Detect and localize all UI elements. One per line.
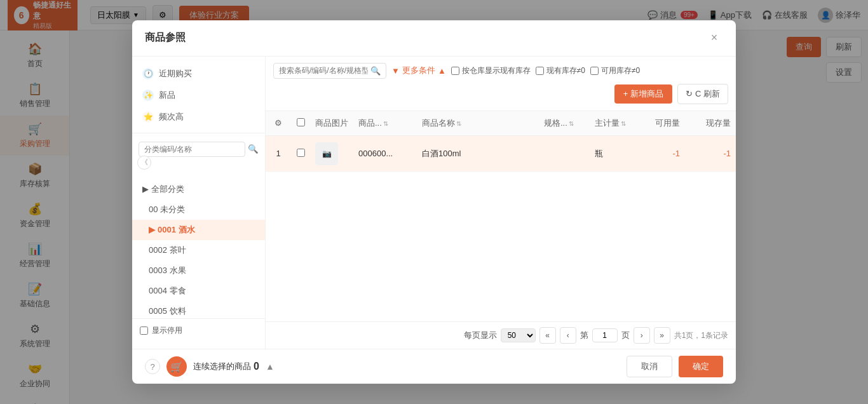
row-unit: 瓶 xyxy=(590,135,634,172)
row-spec xyxy=(539,135,590,172)
help-btn[interactable]: ? xyxy=(145,359,160,374)
row-stock: -1 xyxy=(685,135,736,172)
recent-icon: 🕐 xyxy=(142,68,154,79)
cat-0004[interactable]: 0004 零食 xyxy=(132,281,265,301)
product-reference-dialog: 商品参照 × 🕐 近期购买 ✨ 新品 ⭐ 频次高 xyxy=(132,20,736,384)
confirm-btn[interactable]: 确定 xyxy=(679,356,723,377)
search-icon: 🔍 xyxy=(370,66,381,76)
dialog-header: 商品参照 × xyxy=(132,20,736,57)
recent-purchase-item[interactable]: 🕐 近期购买 xyxy=(132,63,265,84)
product-image: 📷 xyxy=(315,142,338,165)
warehouse-stock-checkbox[interactable] xyxy=(451,67,459,75)
refresh-icon: ↻ xyxy=(686,89,693,98)
right-panel: 🔍 ▼ 更多条件 ▲ 按仓库显示现有库存 现有库存≠0 xyxy=(266,57,736,349)
cat-0005[interactable]: 0005 饮料 xyxy=(132,301,265,318)
search-input[interactable] xyxy=(279,66,368,75)
collapse-footer-btn[interactable]: ▲ xyxy=(266,361,275,372)
row-name: 白酒100ml xyxy=(417,135,539,172)
page-input[interactable] xyxy=(592,328,618,342)
row-num: 1 xyxy=(266,135,291,172)
avail-nonzero-checkbox[interactable] xyxy=(590,67,599,75)
avail-nonzero-checkbox-group: 可用库存≠0 xyxy=(590,65,640,76)
category-search-input[interactable] xyxy=(139,142,245,157)
tri-active-icon: ▶ xyxy=(149,225,155,234)
show-disabled-row: 显示停用 xyxy=(132,318,265,342)
last-page-btn[interactable]: » xyxy=(654,327,670,344)
col-header-code: 商品...⇅ xyxy=(353,111,417,136)
cat-0003[interactable]: 0003 水果 xyxy=(132,260,265,281)
row-code: 000600... xyxy=(353,135,417,172)
dialog-body: 🕐 近期购买 ✨ 新品 ⭐ 频次高 🔍 xyxy=(132,57,736,349)
freq-icon: ⭐ xyxy=(142,111,154,123)
col-header-settings: ⚙ xyxy=(266,111,291,136)
per-page-select[interactable]: 50 10 20 100 xyxy=(501,328,536,342)
new-item[interactable]: ✨ 新品 xyxy=(132,84,265,106)
row-img: 📷 xyxy=(310,135,353,172)
close-dialog-btn[interactable]: × xyxy=(705,29,723,47)
settings-col-icon[interactable]: ⚙ xyxy=(275,118,282,128)
add-product-btn[interactable]: + 新增商品 xyxy=(614,84,672,104)
cat-0002[interactable]: 0002 茶叶 xyxy=(132,240,265,260)
prev-page-btn[interactable]: ‹ xyxy=(560,327,576,344)
filter-icon: ▼ xyxy=(391,66,400,76)
row-avail: -1 xyxy=(634,135,685,172)
selected-label: 连续选择的商品 0 xyxy=(193,361,259,372)
col-header-check xyxy=(291,111,310,136)
left-divider-1 xyxy=(132,133,265,133)
product-table: ⚙ 商品图片 商品...⇅ 商品名称⇅ xyxy=(266,111,736,172)
stock-nonzero-checkbox-group: 现有库存≠0 xyxy=(536,65,585,76)
table-row[interactable]: 1 📷 000600... 白酒100ml xyxy=(266,135,736,172)
col-header-img: 商品图片 xyxy=(310,111,353,136)
row-checkbox[interactable] xyxy=(297,149,305,157)
col-header-unit: 主计量⇅ xyxy=(590,111,634,136)
category-search-row: 🔍 xyxy=(132,138,265,160)
select-all-checkbox[interactable] xyxy=(297,118,305,126)
left-panel: 🕐 近期购买 ✨ 新品 ⭐ 频次高 🔍 xyxy=(132,57,266,349)
sort-spec-icon[interactable]: ⇅ xyxy=(569,120,574,127)
toolbar-right: + 新增商品 ↻ C 刷新 xyxy=(614,84,728,104)
tri-icon: ▶ xyxy=(142,184,149,194)
cancel-btn[interactable]: 取消 xyxy=(627,356,672,377)
sort-code-icon[interactable]: ⇅ xyxy=(383,120,388,127)
cat-0001[interactable]: ▶ 0001 酒水 xyxy=(132,220,265,240)
new-icon: ✨ xyxy=(142,90,154,101)
search-box: 🔍 xyxy=(273,63,386,79)
freq-item[interactable]: ⭐ 频次高 xyxy=(132,106,265,128)
table-header-row: ⚙ 商品图片 商品...⇅ 商品名称⇅ xyxy=(266,111,736,136)
col-header-stock: 现存量 xyxy=(685,111,736,136)
row-check xyxy=(291,135,310,172)
cart-btn[interactable]: 🛒 xyxy=(166,356,187,377)
dialog-title: 商品参照 xyxy=(145,31,186,44)
sort-name-icon[interactable]: ⇅ xyxy=(456,120,461,127)
cat-all[interactable]: ▶ 全部分类 xyxy=(132,179,265,199)
dialog-footer: ? 🛒 连续选择的商品 0 ▲ 取消 确定 xyxy=(132,349,736,384)
product-table-area: ⚙ 商品图片 商品...⇅ 商品名称⇅ xyxy=(266,111,736,321)
more-filter-btn[interactable]: ▼ 更多条件 ▲ xyxy=(391,65,446,76)
sort-unit-icon[interactable]: ⇅ xyxy=(621,120,626,127)
next-page-btn[interactable]: › xyxy=(634,327,650,344)
pagination: 每页显示 50 10 20 100 « ‹ 第 页 › » 共1页，1条记录 xyxy=(266,321,736,349)
modal-overlay: 商品参照 × 🕐 近期购买 ✨ 新品 ⭐ 频次高 xyxy=(0,0,868,404)
refresh-btn[interactable]: ↻ C 刷新 xyxy=(677,84,728,104)
col-header-name: 商品名称⇅ xyxy=(417,111,539,136)
col-header-spec: 规格...⇅ xyxy=(539,111,590,136)
footer-right: 取消 确定 xyxy=(627,356,723,377)
footer-left: ? 🛒 连续选择的商品 0 ▲ xyxy=(145,356,275,377)
filter-up-icon: ▲ xyxy=(438,66,446,76)
category-search-btn[interactable]: 🔍 xyxy=(248,141,259,158)
show-disabled-checkbox[interactable] xyxy=(140,327,148,335)
col-header-avail: 可用量 xyxy=(634,111,685,136)
toolbar: 🔍 ▼ 更多条件 ▲ 按仓库显示现有库存 现有库存≠0 xyxy=(266,57,736,111)
first-page-btn[interactable]: « xyxy=(539,327,556,344)
stock-nonzero-checkbox[interactable] xyxy=(536,67,544,75)
cat-00[interactable]: 00 未分类 xyxy=(132,199,265,220)
category-list: ▶ 全部分类 00 未分类 ▶ 0001 酒水 0002 茶叶 0003 水果 … xyxy=(132,179,265,318)
warehouse-stock-checkbox-group: 按仓库显示现有库存 xyxy=(451,65,531,76)
collapse-panel-btn[interactable]: 《 xyxy=(137,156,151,170)
